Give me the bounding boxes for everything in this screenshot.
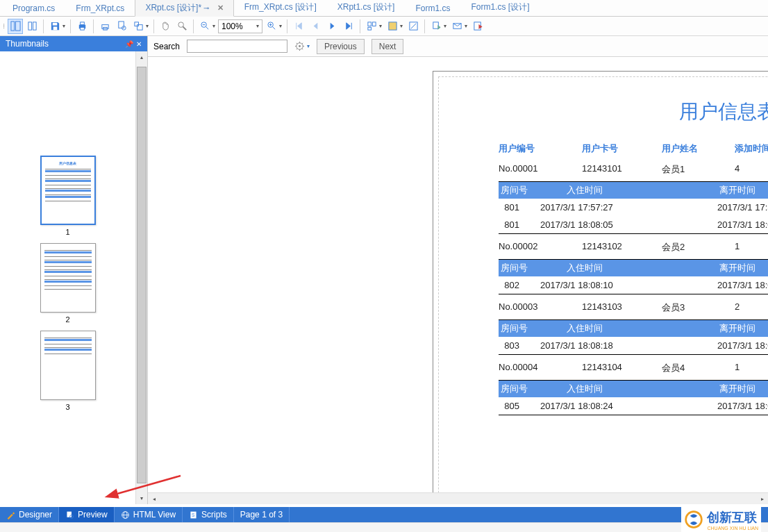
next-button[interactable]: Next [372, 39, 404, 54]
previous-button[interactable]: Previous [317, 39, 365, 54]
watermark-icon[interactable] [406, 19, 421, 34]
thumbnail-1[interactable]: 用户信息表 1 [40, 156, 96, 236]
cell: 2017/3/1 18:08:33 [696, 219, 768, 230]
close-icon[interactable]: ✕ [136, 40, 142, 48]
svg-rect-13 [134, 22, 138, 26]
svg-rect-0 [10, 22, 14, 31]
col-header: 房间号 [501, 262, 567, 274]
svg-point-15 [178, 22, 183, 28]
hand-icon[interactable] [158, 19, 173, 34]
designer-tab[interactable]: Designer [0, 507, 59, 522]
thumbnail-2[interactable]: 2 [40, 243, 96, 324]
preview-tab[interactable]: Preview [59, 507, 115, 522]
export-icon[interactable] [428, 19, 444, 34]
svg-line-23 [272, 26, 275, 29]
svg-rect-25 [372, 22, 376, 26]
preview-panel: Search ▾ Previous Next 用户信息表 用户编号 用户卡号 用… [148, 36, 768, 504]
save-icon[interactable] [47, 19, 62, 34]
thumbnail-number: 1 [40, 228, 96, 236]
detail-header-row: 房间号入住时间离开时间 [499, 260, 768, 276]
page-setup-icon[interactable] [114, 19, 129, 34]
quick-print-icon[interactable] [97, 19, 112, 34]
search-bar: Search ▾ Previous Next [148, 36, 768, 57]
bottom-tabs: Designer Preview HTML View SScripts Page… [0, 507, 768, 522]
report-title: 用户信息表 [499, 99, 768, 125]
tab-form1-design[interactable]: Form1.cs [设计] [460, 0, 540, 16]
parameters-icon[interactable] [24, 19, 40, 34]
scroll-up-icon[interactable]: ▴ [136, 51, 147, 63]
search-input[interactable] [187, 40, 287, 53]
cell: No.00001 [499, 163, 582, 176]
search-options-icon[interactable]: ▾ [294, 39, 310, 54]
col-header: 房间号 [501, 383, 567, 395]
tab-form1[interactable]: Form1.cs [405, 0, 460, 16]
last-page-icon[interactable] [341, 19, 356, 34]
tab-program[interactable]: Program.cs [2, 0, 65, 16]
tab-xrpt-design[interactable]: XRpt.cs [设计]* ⊸ ✕ [135, 0, 233, 17]
next-page-icon[interactable] [324, 19, 340, 34]
cell: 会员2 [662, 241, 735, 253]
zoom-in-icon[interactable] [264, 19, 279, 34]
zoom-combo[interactable]: 100%▾ [218, 19, 262, 33]
cell: No.00002 [499, 241, 582, 253]
detail-header-row: 房间号入住时间离开时间 [499, 381, 768, 397]
thumbnails-scrollbar[interactable]: ▴ ▾ [135, 51, 147, 504]
bookmarks-icon[interactable] [8, 19, 23, 34]
col-add-time: 添加时间 [735, 142, 768, 155]
page-viewport[interactable]: 用户信息表 用户编号 用户卡号 用户姓名 添加时间 No.00001121431… [148, 57, 768, 492]
scrollbar-thumb[interactable] [137, 67, 147, 483]
svg-rect-1 [15, 22, 20, 31]
tab-frm-xrpt[interactable]: Frm_XRpt.cs [65, 0, 135, 16]
prev-page-icon[interactable] [308, 19, 323, 34]
col-header: 离开时间 [719, 184, 768, 197]
logo: 创新互联 CHUANG XIN HU LIAN [681, 507, 761, 532]
col-header: 房间号 [501, 322, 567, 335]
magnifier-icon[interactable] [174, 19, 190, 34]
cell: 2017/3/1 18:08:05 [540, 219, 696, 230]
scroll-down-icon[interactable]: ▾ [136, 492, 147, 504]
report-content: 用户信息表 用户编号 用户卡号 用户姓名 添加时间 No.00001121431… [499, 99, 768, 415]
horizontal-scrollbar[interactable]: ◂ ▸ [148, 492, 768, 504]
table-row: No.0000412143104会员41 [499, 355, 768, 381]
svg-rect-5 [53, 26, 57, 30]
thumbnail-3[interactable]: 3 [40, 331, 96, 411]
pin-icon[interactable]: 📌 [125, 40, 133, 48]
cell: 2017/3/1 18:08:18 [540, 340, 696, 351]
svg-point-43 [686, 512, 702, 528]
cell: 802 [499, 280, 540, 290]
zoom-out-icon[interactable] [197, 19, 212, 34]
scale-icon[interactable] [131, 19, 146, 34]
zoom-value: 100% [222, 22, 243, 31]
tab-xrpt1-design[interactable]: XRpt1.cs [设计] [327, 0, 406, 16]
cell: No.00004 [499, 362, 582, 374]
pin-icon[interactable]: ⊸ [203, 4, 209, 12]
close-icon[interactable]: ✕ [217, 3, 224, 12]
preview-area[interactable]: 用户信息表 用户编号 用户卡号 用户姓名 添加时间 No.00001121431… [148, 57, 768, 492]
cell: 2017/3/1 18:08:42 [696, 401, 768, 411]
close-preview-icon[interactable] [470, 19, 485, 34]
page-text: Page 1 of 3 [240, 510, 283, 519]
table-row: No.0000112143101会员14 [499, 156, 768, 182]
tab-label: XRpt.cs [设计]* [145, 3, 201, 13]
many-pages-icon[interactable] [364, 19, 379, 34]
col-card-no: 用户卡号 [582, 142, 662, 155]
scroll-left-icon[interactable]: ◂ [148, 493, 160, 504]
email-icon[interactable] [449, 19, 465, 34]
svg-rect-27 [388, 22, 396, 30]
html-view-tab[interactable]: HTML View [115, 507, 183, 522]
col-header: 房间号 [501, 184, 567, 197]
tab-frm-xrpt-design[interactable]: Frm_XRpt.cs [设计] [234, 0, 327, 16]
scroll-right-icon[interactable]: ▸ [756, 493, 768, 504]
first-page-icon[interactable] [291, 19, 306, 34]
color-icon[interactable] [385, 19, 400, 34]
cell: 2017/3/1 18:08:39 [696, 340, 768, 351]
cell: 1 [735, 241, 768, 253]
col-header: 离开时间 [719, 322, 768, 335]
cell: 会员1 [662, 163, 735, 176]
tab-label: Scripts [201, 510, 227, 519]
detail-row: 8012017/3/1 17:57:272017/3/1 17:58:05 [499, 199, 768, 216]
print-icon[interactable] [74, 19, 90, 34]
scripts-tab[interactable]: SScripts [183, 507, 234, 522]
thumbnails-header: Thumbnails 📌 ✕ [0, 36, 147, 51]
thumbnails-list[interactable]: 用户信息表 1 2 3 [0, 51, 135, 504]
